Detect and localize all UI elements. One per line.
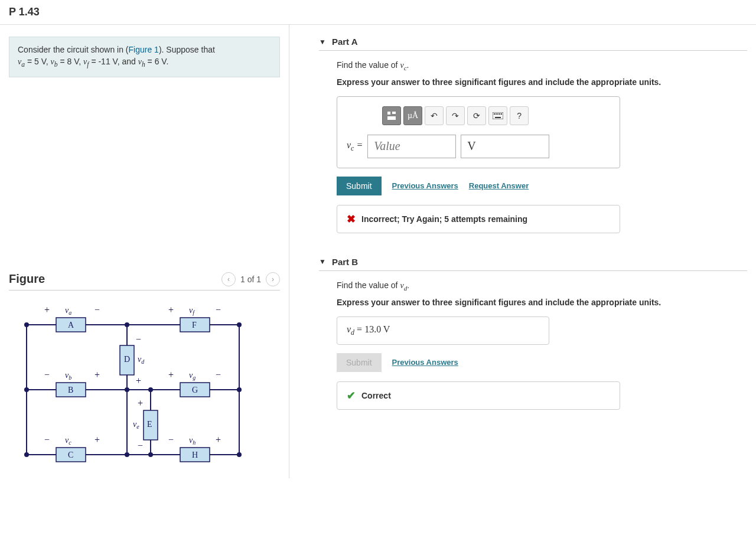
svg-text:F: F	[192, 321, 197, 329]
svg-point-9	[237, 387, 242, 392]
svg-point-5	[125, 322, 129, 327]
svg-text:C: C	[68, 451, 73, 459]
previous-answers-link[interactable]: Previous Answers	[392, 181, 458, 190]
value-input[interactable]	[367, 135, 456, 158]
svg-text:+: +	[168, 305, 174, 315]
part-b-express: Express your answer to three significant…	[337, 298, 747, 307]
redo-button[interactable]: ↷	[446, 106, 465, 125]
svg-text:+: +	[44, 305, 50, 315]
svg-point-12	[148, 452, 153, 457]
svg-text:vb: vb	[65, 371, 71, 381]
answer-toolbar: µÅ ↶ ↷ ⟳ ?	[347, 106, 610, 125]
left-panel: Consider the circuit shown in (Figure 1)…	[0, 25, 289, 478]
svg-text:G: G	[192, 386, 198, 394]
part-a-period: .	[407, 60, 409, 70]
svg-point-10	[24, 452, 29, 457]
svg-text:−: −	[94, 305, 100, 315]
svg-point-8	[125, 387, 129, 392]
svg-text:−: −	[216, 305, 221, 315]
keyboard-button[interactable]	[488, 106, 507, 125]
svg-rect-62	[499, 113, 500, 115]
svg-text:+: +	[136, 376, 141, 386]
part-b-title: Part B	[332, 257, 358, 267]
svg-rect-57	[387, 116, 396, 120]
svg-text:vg: vg	[189, 371, 195, 381]
part-b-find: Find the value of vd.	[337, 280, 747, 292]
circuit-diagram: .wire { stroke:#1a1a5a; stroke-width:2; …	[9, 301, 257, 466]
part-a-express: Express your answer to three significant…	[337, 77, 747, 87]
problem-statement: Consider the circuit shown in (Figure 1)…	[9, 37, 280, 77]
part-b-submit-row: Submit Previous Answers	[337, 353, 747, 372]
svg-rect-55	[387, 112, 390, 115]
svg-text:+: +	[138, 398, 143, 408]
svg-text:−: −	[216, 370, 221, 380]
svg-text:vc: vc	[65, 436, 71, 446]
svg-rect-59	[494, 113, 495, 115]
svg-text:vh: vh	[189, 436, 195, 446]
incorrect-icon: ✖	[347, 213, 356, 226]
page-title: P 1.43	[0, 0, 756, 25]
undo-button[interactable]: ↶	[425, 106, 444, 125]
svg-rect-58	[493, 112, 503, 119]
svg-text:va: va	[65, 306, 71, 316]
reset-button[interactable]: ⟳	[467, 106, 486, 125]
svg-point-7	[24, 387, 29, 392]
svg-text:H: H	[192, 451, 198, 459]
part-b-feedback: ✔ Correct	[337, 381, 620, 410]
svg-text:E: E	[147, 420, 152, 429]
svg-text:−: −	[138, 440, 143, 451]
part-a-header[interactable]: ▼ Part A	[319, 37, 747, 51]
problem-intro-after: ). Suppose that	[159, 45, 215, 54]
submit-button[interactable]: Submit	[337, 177, 382, 195]
svg-rect-60	[496, 113, 497, 115]
template-icon[interactable]	[382, 106, 401, 125]
svg-rect-64	[495, 117, 501, 118]
svg-text:−: −	[44, 370, 50, 380]
symbols-button[interactable]: µÅ	[403, 106, 422, 125]
figure-prev-button[interactable]: ‹	[221, 272, 236, 286]
part-a-answer-box: µÅ ↶ ↷ ⟳ ? vc =	[337, 96, 620, 168]
svg-text:vf: vf	[189, 306, 195, 316]
svg-text:+: +	[94, 370, 100, 380]
caret-down-icon: ▼	[319, 257, 326, 266]
part-b-body: Find the value of vd. Express your answe…	[319, 280, 747, 410]
svg-text:B: B	[68, 386, 73, 394]
part-b-section: ▼ Part B Find the value of vd. Express y…	[319, 257, 747, 410]
part-a-body: Find the value of vc. Express your answe…	[319, 60, 747, 233]
figure-counter: 1 of 1	[240, 275, 261, 284]
problem-intro: Consider the circuit shown in (	[18, 45, 129, 54]
svg-rect-63	[501, 113, 502, 115]
svg-text:+: +	[216, 435, 221, 445]
svg-text:−: −	[168, 435, 174, 445]
part-b-header[interactable]: ▼ Part B	[319, 257, 747, 271]
svg-point-14	[148, 387, 153, 392]
help-button[interactable]: ?	[510, 106, 529, 125]
request-answer-link[interactable]: Request Answer	[469, 181, 529, 190]
svg-text:D: D	[124, 355, 130, 364]
svg-text:−: −	[136, 334, 141, 344]
figure-title: Figure	[9, 272, 45, 286]
feedback-text: Correct	[361, 391, 391, 400]
figure-link[interactable]: Figure 1	[129, 45, 159, 54]
svg-rect-61	[497, 113, 498, 115]
part-a-feedback: ✖ Incorrect; Try Again; 5 attempts remai…	[337, 205, 620, 233]
svg-text:+: +	[94, 435, 100, 445]
svg-point-11	[125, 452, 129, 457]
svg-text:+: +	[168, 370, 174, 380]
svg-text:−: −	[44, 435, 50, 445]
svg-text:A: A	[68, 321, 74, 329]
part-a-title: Part A	[332, 37, 358, 47]
part-a-submit-row: Submit Previous Answers Request Answer	[337, 177, 747, 195]
svg-point-6	[237, 322, 242, 327]
unit-input[interactable]	[461, 135, 549, 158]
previous-answers-link[interactable]: Previous Answers	[392, 358, 458, 367]
problem-values: va = 5 V, vb = 8 V, vf = -11 V, and vh =…	[18, 57, 168, 66]
main-container: Consider the circuit shown in (Figure 1)…	[0, 25, 756, 478]
svg-point-13	[237, 452, 242, 457]
svg-text:vd: vd	[138, 355, 145, 365]
part-a-section: ▼ Part A Find the value of vc. Express y…	[319, 37, 747, 233]
figure-next-button[interactable]: ›	[266, 272, 280, 286]
part-a-find-prefix: Find the value of	[337, 60, 400, 70]
svg-text:ve: ve	[133, 420, 139, 430]
svg-rect-56	[392, 112, 396, 114]
